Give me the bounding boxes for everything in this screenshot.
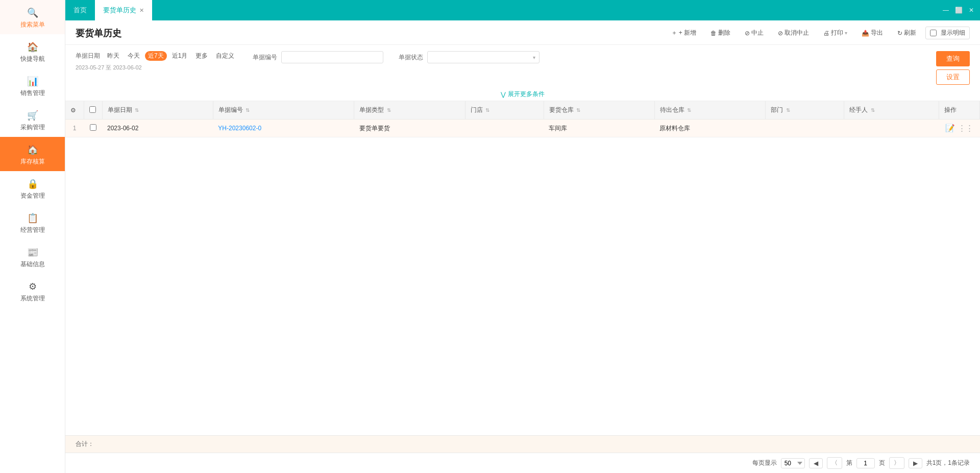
tab-close-icon[interactable]: ✕ [139, 7, 144, 14]
sidebar-item-inventory[interactable]: 🏠 库存核算 [0, 137, 65, 171]
delete-button[interactable]: 🗑 删除 [705, 27, 736, 39]
col-checkbox[interactable] [84, 101, 102, 120]
per-page-select[interactable]: 20 50 100 [781, 458, 805, 468]
maximize-button[interactable]: ⬜ [953, 6, 965, 15]
window-controls: — ⬜ ✕ [941, 6, 980, 15]
minimize-button[interactable]: — [941, 6, 951, 15]
pagination-bar: 每页显示 20 50 100 ◀ 〈 第 页 〉 ▶ 共1页，1条记录 [65, 453, 980, 473]
tab-requisition-history[interactable]: 要货单历史 ✕ [95, 0, 152, 20]
date-shortcut-yesterday[interactable]: 昨天 [104, 51, 122, 61]
col-store[interactable]: 门店 ⇅ [465, 101, 544, 120]
first-page-button[interactable]: ◀ [809, 458, 823, 468]
cancel-suspend-button[interactable]: ⊘ 取消中止 [773, 27, 814, 39]
sidebar-item-sys-mgmt[interactable]: ⚙ 系统管理 [0, 274, 65, 308]
tab-home-label: 首页 [74, 6, 87, 15]
sidebar-item-label: 采购管理 [20, 123, 45, 132]
doc-number-filter-group: 单据编号 [253, 51, 383, 63]
row-doc-date: 2023-06-02 [102, 120, 213, 137]
table-footer-summary: 合计： [65, 435, 980, 453]
row-dept [766, 120, 844, 137]
new-icon: ＋ [671, 29, 677, 37]
export-icon: 📤 [862, 30, 869, 37]
col-handler[interactable]: 经手人 ⇅ [844, 101, 939, 120]
page-title: 要货单历史 [76, 27, 121, 39]
col-dept[interactable]: 部门 ⇅ [766, 101, 844, 120]
prev-page-button[interactable]: 〈 [827, 457, 842, 469]
col-doc-date[interactable]: 单据日期 ⇅ [102, 101, 213, 120]
inventory-icon: 🏠 [27, 144, 38, 155]
row-checkbox[interactable] [84, 120, 102, 137]
per-page-label: 每页显示 [752, 459, 777, 467]
sidebar: 🔍 搜索菜单 🏠 快捷导航 📊 销售管理 🛒 采购管理 🏠 库存核算 🔒 资金管… [0, 0, 65, 473]
col-req-warehouse[interactable]: 要货仓库 ⇅ [544, 101, 654, 120]
col-doc-type[interactable]: 单据类型 ⇅ [354, 101, 465, 120]
refresh-label: 刷新 [904, 29, 916, 37]
sidebar-item-purchase-mgmt[interactable]: 🛒 采购管理 [0, 103, 65, 137]
print-button[interactable]: 🖨 打印 ▾ [818, 27, 852, 39]
sort-icon-doc-date: ⇅ [135, 107, 139, 113]
col-pending-warehouse[interactable]: 待出仓库 ⇅ [654, 101, 765, 120]
row-doc-number[interactable]: YH-20230602-0 [213, 120, 354, 137]
sidebar-item-label: 资金管理 [20, 192, 45, 200]
row-store [465, 120, 544, 137]
next-page-button[interactable]: 〉 [889, 457, 904, 469]
col-settings[interactable]: ⚙ [65, 101, 84, 120]
summary-label: 合计： [76, 440, 94, 447]
table-body: 1 2023-06-02 YH-20230602-0 要货单要货 车间库 原材料… [65, 120, 980, 137]
refresh-icon: ↻ [897, 30, 902, 37]
doc-status-label: 单据状态 [399, 53, 423, 62]
delete-icon: 🗑 [710, 30, 717, 37]
suspend-icon: ⊘ [745, 30, 750, 37]
sidebar-item-finance-mgmt[interactable]: 🔒 资金管理 [0, 171, 65, 205]
date-range-text: 2023-05-27 至 2023-06-02 [76, 64, 237, 72]
display-detail-checkbox[interactable] [930, 30, 937, 36]
table-row: 1 2023-06-02 YH-20230602-0 要货单要货 车间库 原材料… [65, 120, 980, 137]
data-table: ⚙ 单据日期 ⇅ 单据编号 ⇅ 单据类型 [65, 101, 980, 137]
doc-status-input[interactable] [427, 51, 540, 63]
select-all-checkbox[interactable] [89, 106, 96, 113]
row-index: 1 [65, 120, 84, 137]
query-button[interactable]: 查询 [936, 51, 970, 66]
print-label: 打印 [831, 29, 843, 37]
sidebar-item-ops-mgmt[interactable]: 📋 经营管理 [0, 205, 65, 240]
sort-icon-doc-type: ⇅ [387, 107, 391, 113]
display-detail-label: 显示明细 [941, 29, 965, 37]
search-menu-icon: 🔍 [27, 7, 38, 18]
last-page-button[interactable]: ▶ [909, 458, 922, 468]
date-shortcut-7days[interactable]: 近7天 [145, 51, 167, 61]
sidebar-item-label: 系统管理 [20, 294, 45, 303]
new-button[interactable]: ＋ + 新增 [666, 27, 701, 39]
sales-icon: 📊 [27, 76, 38, 87]
date-filter-label: 单据日期 [76, 52, 100, 60]
tab-home[interactable]: 首页 [65, 0, 95, 20]
close-button[interactable]: ✕ [967, 6, 976, 15]
date-shortcut-today[interactable]: 今天 [125, 51, 143, 61]
quick-nav-icon: 🏠 [27, 41, 38, 53]
date-shortcut-custom[interactable]: 自定义 [213, 51, 237, 61]
date-shortcut-1month[interactable]: 近1月 [169, 51, 191, 61]
sidebar-item-quick-nav[interactable]: 🏠 快捷导航 [0, 34, 65, 68]
col-doc-number[interactable]: 单据编号 ⇅ [213, 101, 354, 120]
row-handler [844, 120, 939, 137]
sort-icon-doc-number: ⇅ [246, 107, 250, 113]
sidebar-item-sales-mgmt[interactable]: 📊 销售管理 [0, 68, 65, 103]
table-header-row: ⚙ 单据日期 ⇅ 单据编号 ⇅ 单据类型 [65, 101, 980, 120]
sidebar-item-search-menu[interactable]: 🔍 搜索菜单 [0, 0, 65, 34]
page-input[interactable] [856, 458, 875, 468]
row-more-icon[interactable]: ⋮⋮ [958, 124, 973, 133]
sidebar-item-basic-info[interactable]: 📰 基础信息 [0, 240, 65, 274]
settings-button[interactable]: 设置 [936, 69, 970, 85]
doc-status-filter-group: 单据状态 ▾ [399, 51, 540, 63]
tab-requisition-label: 要货单历史 [103, 6, 136, 15]
date-shortcut-more[interactable]: 更多 [192, 51, 211, 61]
display-detail-toggle[interactable]: 显示明细 [925, 27, 970, 39]
expand-more-button[interactable]: ⋁ 展开更多条件 [495, 88, 551, 101]
date-filter-group: 单据日期 昨天 今天 近7天 近1月 更多 自定义 2023-05-27 至 2… [76, 51, 237, 72]
row-edit-icon[interactable]: 📝 [945, 124, 955, 133]
export-button[interactable]: 📤 导出 [856, 27, 888, 39]
doc-number-input[interactable] [281, 51, 383, 63]
print-icon: 🖨 [823, 30, 829, 37]
finance-icon: 🔒 [27, 178, 38, 190]
refresh-button[interactable]: ↻ 刷新 [892, 27, 921, 39]
suspend-button[interactable]: ⊘ 中止 [740, 27, 769, 39]
